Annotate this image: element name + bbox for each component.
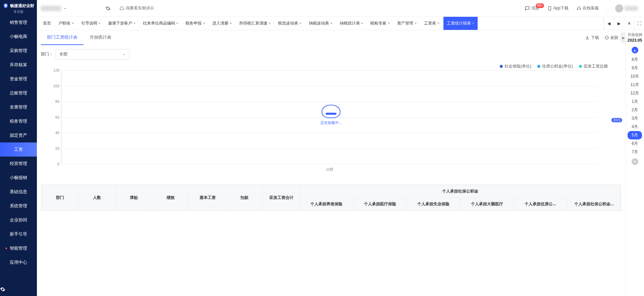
tab[interactable]: 邀请下游客户×: [105, 17, 139, 30]
month-item[interactable]: 3月: [626, 114, 644, 123]
month-item[interactable]: 11月: [626, 81, 644, 89]
month-item[interactable]: 1月: [626, 97, 644, 106]
chevron-down-icon: [63, 6, 67, 10]
tab[interactable]: 户联络×: [55, 17, 77, 30]
sidebar: 畅捷通好业财 专业版 销售管理小畅电商采购管理库存核算资金管理总账管理发票管理税…: [0, 0, 37, 296]
tab[interactable]: 纳税统计表×: [336, 17, 367, 30]
month-item[interactable]: 8月: [626, 55, 644, 64]
refresh-icon: [604, 35, 609, 40]
month-nav-down[interactable]: ▼: [632, 158, 638, 165]
tab-close-icon[interactable]: ×: [415, 22, 417, 25]
tab-close-icon[interactable]: ×: [472, 22, 474, 25]
month-item[interactable]: 6月: [626, 139, 644, 148]
message-icon: [525, 6, 530, 11]
salary-table: 部门人数津贴绩效基本工资扣款应发工资合计个人承担社保公积金 个人承担养老保险个人…: [41, 184, 621, 211]
tab[interactable]: 工资表×: [421, 17, 443, 30]
sidebar-item[interactable]: 发票管理: [0, 100, 37, 114]
chart-area: 社会保险(单位)住房公积金(单位)应发工资总额 020406080100120 …: [41, 64, 621, 178]
table-subheader: 个人承担大额医疗: [460, 198, 514, 211]
sidebar-item[interactable]: 小畅报销: [0, 171, 37, 185]
subtab[interactable]: 月份统计表: [84, 30, 117, 45]
month-panel-collapse[interactable]: ▶: [621, 33, 626, 42]
dept-select[interactable]: 全部: [56, 49, 129, 59]
month-item[interactable]: 4月: [626, 123, 644, 131]
tab-close-icon[interactable]: ×: [203, 22, 205, 25]
sidebar-item[interactable]: 资金管理: [0, 72, 37, 86]
month-item[interactable]: 7月: [626, 148, 644, 156]
tab[interactable]: 税务申报×: [182, 17, 208, 30]
month-item[interactable]: 2月: [626, 106, 644, 114]
sidebar-item[interactable]: 固定资产: [0, 128, 37, 142]
fullscreen-toggle[interactable]: ⛶: [634, 17, 644, 30]
demo-link[interactable]: 我要看实例演示: [119, 5, 154, 11]
tab-close-icon[interactable]: ×: [72, 22, 74, 25]
tab-close-icon[interactable]: ×: [176, 22, 178, 25]
tab-close-icon[interactable]: ×: [230, 22, 232, 25]
refresh-button[interactable]: 刷新: [602, 35, 621, 41]
sidebar-item[interactable]: 小畅电商: [0, 30, 37, 44]
legend-item[interactable]: 社会保险(单位): [500, 64, 531, 69]
tab-close-icon[interactable]: ×: [361, 22, 363, 25]
sidebar-item[interactable]: 销售管理: [0, 15, 37, 30]
tab[interactable]: 税负波动表×: [275, 17, 305, 30]
legend-item[interactable]: 住房公积金(单位): [537, 64, 573, 69]
table-header: 扣款: [226, 185, 263, 211]
tab-close-icon[interactable]: ×: [99, 22, 101, 25]
tab[interactable]: 税检专家×: [367, 17, 393, 30]
month-item[interactable]: 5月: [628, 131, 642, 139]
table-subheader: 个人承担养老保险: [300, 198, 354, 211]
tab[interactable]: 资产管理×: [394, 17, 420, 30]
online-service-button[interactable]: 在线客服: [575, 5, 601, 11]
tab-close-icon[interactable]: ×: [269, 22, 271, 25]
tab-close-icon[interactable]: ×: [330, 22, 332, 25]
sidebar-item[interactable]: 库存核算: [0, 58, 37, 72]
month-nav-up[interactable]: ▲: [632, 47, 638, 53]
download-button[interactable]: 下载: [582, 35, 602, 41]
month-item[interactable]: 10月: [626, 72, 644, 81]
month-item[interactable]: 9月: [626, 64, 644, 72]
tab[interactable]: 纳税波动表×: [306, 17, 336, 30]
tabs-scroll-left[interactable]: ◀: [604, 17, 614, 30]
tab[interactable]: 所得税汇算清缴×: [236, 17, 274, 30]
sidebar-item[interactable]: 新手引导: [0, 227, 37, 241]
tab-close-icon[interactable]: ×: [133, 22, 136, 25]
app-download-button[interactable]: App下载: [545, 5, 571, 11]
tab-close-icon[interactable]: ×: [388, 22, 390, 25]
tab[interactable]: 往来单位商品编码×: [140, 17, 182, 30]
tabs-bar: 首页户联络×引导说明×邀请下游客户×往来单位商品编码×税务申报×进入清册×所得税…: [37, 17, 644, 30]
legend-dot: [537, 65, 540, 68]
month-item[interactable]: 12月: [626, 89, 644, 97]
sidebar-item[interactable]: 智能管理: [0, 241, 37, 255]
subtab[interactable]: 部门工资统计表: [41, 30, 84, 45]
tab[interactable]: 引导说明×: [78, 17, 104, 30]
sidebar-item[interactable]: 应用中心: [0, 255, 37, 269]
tab[interactable]: 工资统计报表×: [443, 17, 478, 30]
message-badge: 99+: [536, 3, 544, 8]
tabs-close-all[interactable]: ✕: [624, 17, 634, 30]
sidebar-item[interactable]: 系统管理: [0, 199, 37, 213]
table-header: 人数: [78, 185, 115, 211]
sidebar-item[interactable]: 基础信息: [0, 185, 37, 199]
gear-icon[interactable]: [105, 6, 111, 11]
tab[interactable]: 首页: [40, 17, 54, 30]
tab[interactable]: 进入清册×: [209, 17, 235, 30]
settings-icon[interactable]: [0, 283, 37, 296]
tab-close-icon[interactable]: ×: [437, 22, 439, 25]
sidebar-item[interactable]: 企业协同: [0, 213, 37, 227]
sidebar-item[interactable]: 总账管理: [0, 86, 37, 100]
user-menu[interactable]: [613, 4, 640, 12]
tab-close-icon[interactable]: ×: [300, 22, 302, 25]
sidebar-item[interactable]: 工资: [0, 142, 37, 157]
sidebar-item[interactable]: 经营管理: [0, 157, 37, 171]
y-tick-label: 0: [49, 162, 59, 166]
legend-item[interactable]: 应发工资总额: [579, 64, 608, 69]
org-selector[interactable]: [41, 6, 101, 11]
y-tick-label: 120: [49, 68, 59, 72]
tabs-scroll-right[interactable]: ▶: [614, 17, 624, 30]
message-button[interactable]: 消息 99+: [523, 5, 541, 11]
table-header: 应发工资合计: [263, 185, 300, 211]
sidebar-item[interactable]: 采购管理: [0, 44, 37, 58]
sidebar-item[interactable]: 税务管理: [0, 114, 37, 128]
cloud-loading-icon: [322, 105, 340, 118]
table-subheader: 个人承担社保公积金...: [567, 198, 621, 211]
